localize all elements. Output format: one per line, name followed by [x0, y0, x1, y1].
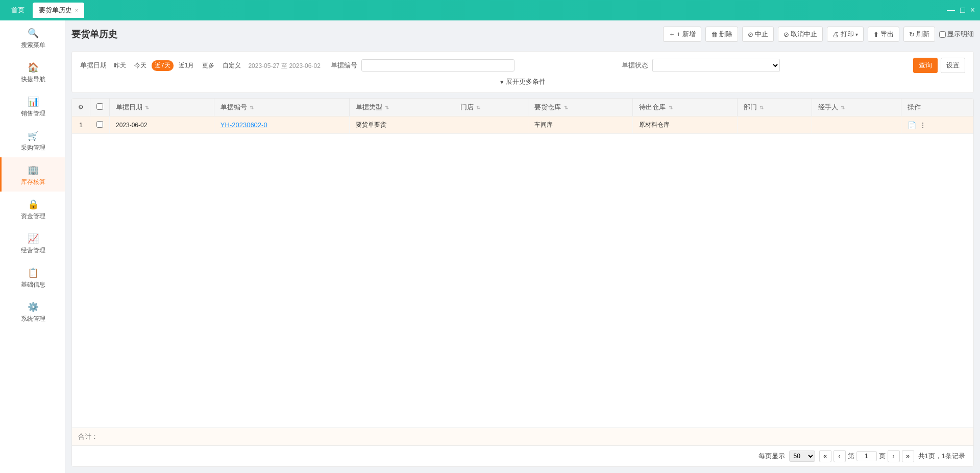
- active-tab[interactable]: 要货单历史 ×: [33, 3, 84, 18]
- page-label-after: 页: [879, 452, 886, 461]
- sidebar-item-finance-label: 资金管理: [21, 212, 45, 221]
- row-edit-icon[interactable]: 📄: [908, 121, 916, 129]
- minimize-icon[interactable]: —: [947, 6, 955, 15]
- per-page-select[interactable]: 50 20 100: [789, 451, 815, 462]
- new-icon: ＋: [669, 30, 675, 39]
- stop-button[interactable]: ⊘ 中止: [742, 27, 774, 42]
- col-settings[interactable]: ⚙: [72, 99, 90, 116]
- cancel-stop-button[interactable]: ⊘ 取消中止: [778, 27, 823, 42]
- sidebar-item-operation[interactable]: 📈 经营管理: [0, 226, 65, 260]
- filter-item-date: 单据日期 昨天 今天 近7天 近1月 更多 自定义 2023-05-27 至 2…: [80, 60, 321, 71]
- new-button[interactable]: ＋ + 新增: [663, 27, 701, 42]
- sidebar-item-search-menu[interactable]: 🔍 搜索菜单: [0, 20, 65, 55]
- row-index: 1: [72, 116, 90, 134]
- finance-icon: 🔒: [28, 199, 39, 210]
- sidebar-item-base-info[interactable]: 📋 基础信息: [0, 260, 65, 294]
- filter-item-status: 单据状态: [622, 59, 903, 72]
- col-docno[interactable]: 单据编号 ⇅: [214, 99, 349, 116]
- col-checkbox[interactable]: [90, 99, 110, 116]
- sidebar-item-sales-label: 销售管理: [21, 109, 45, 118]
- sidebar-item-quick-nav[interactable]: 🏠 快捷导航: [0, 55, 65, 89]
- shortcut-today[interactable]: 今天: [131, 60, 150, 71]
- row-docno-link[interactable]: YH-20230602-0: [220, 121, 267, 129]
- first-page-button[interactable]: «: [819, 450, 831, 462]
- next-page-button[interactable]: ›: [888, 450, 900, 462]
- base-info-icon: 📋: [28, 267, 39, 278]
- col-action: 操作: [901, 99, 973, 116]
- shortcut-7days[interactable]: 近7天: [152, 60, 174, 71]
- col-pending-warehouse[interactable]: 待出仓库 ⇅: [633, 99, 738, 116]
- expand-chevron-icon: ▾: [500, 78, 504, 86]
- filter-date-label: 单据日期: [80, 61, 107, 70]
- total-info: 共1页，1条记录: [918, 452, 965, 461]
- refresh-button[interactable]: ↻ 刷新: [903, 27, 935, 42]
- row-checkbox-cell[interactable]: [90, 116, 110, 134]
- table-body: 1 2023-06-02 YH-20230602-0 要货单要货 车间库 原材料…: [72, 116, 973, 134]
- prev-page-button[interactable]: ‹: [834, 450, 846, 462]
- sort-req-warehouse-icon: ⇅: [564, 105, 568, 110]
- sidebar-item-operation-label: 经营管理: [21, 246, 45, 255]
- content-area: 要货单历史 ＋ + 新增 🗑 删除 ⊘ 中止 ⊘ 取消中止: [65, 20, 980, 473]
- shortcut-yesterday[interactable]: 昨天: [111, 60, 129, 71]
- filter-actions: 查询 设置: [913, 58, 965, 73]
- row-pending-warehouse: 原材料仓库: [633, 116, 738, 134]
- col-date[interactable]: 单据日期 ⇅: [110, 99, 214, 116]
- sidebar-item-purchase[interactable]: 🛒 采购管理: [0, 123, 65, 157]
- export-icon: ⬆: [873, 31, 879, 38]
- col-store[interactable]: 门店 ⇅: [454, 99, 528, 116]
- col-department[interactable]: 部门 ⇅: [738, 99, 812, 116]
- print-button[interactable]: 🖨 打印 ▾: [827, 27, 864, 42]
- row-doctype: 要货单要货: [349, 116, 454, 134]
- cancel-stop-icon: ⊘: [783, 31, 789, 38]
- expand-more[interactable]: ▾ 展开更多条件: [80, 77, 965, 86]
- window-close-icon[interactable]: ×: [970, 6, 975, 15]
- page-title: 要货单历史: [71, 28, 117, 40]
- toolbar: ＋ + 新增 🗑 删除 ⊘ 中止 ⊘ 取消中止 🖨 打印: [663, 27, 974, 42]
- print-dropdown-icon[interactable]: ▾: [855, 32, 858, 37]
- home-tab[interactable]: 首页: [5, 3, 31, 18]
- sidebar-item-system[interactable]: ⚙️ 系统管理: [0, 294, 65, 328]
- select-all-checkbox[interactable]: [96, 103, 103, 110]
- top-bar-right: — □ ×: [947, 6, 975, 15]
- sort-handler-icon: ⇅: [841, 105, 845, 110]
- display-detail-checkbox[interactable]: [939, 31, 946, 38]
- sidebar-item-sales[interactable]: 📊 销售管理: [0, 89, 65, 123]
- filter-status-select[interactable]: [652, 59, 780, 72]
- delete-button[interactable]: 🗑 删除: [705, 27, 738, 42]
- tab-close-icon[interactable]: ×: [75, 7, 78, 13]
- row-department: [738, 116, 812, 134]
- settings-button[interactable]: 设置: [941, 58, 965, 73]
- export-button[interactable]: ⬆ 导出: [868, 27, 899, 42]
- col-req-warehouse[interactable]: 要货仓库 ⇅: [528, 99, 633, 116]
- table-row: 1 2023-06-02 YH-20230602-0 要货单要货 车间库 原材料…: [72, 116, 973, 134]
- filter-status-label: 单据状态: [622, 61, 648, 70]
- sidebar-item-search-menu-label: 搜索菜单: [21, 41, 45, 50]
- shortcut-custom[interactable]: 自定义: [219, 60, 244, 71]
- sales-icon: 📊: [28, 96, 39, 107]
- row-checkbox[interactable]: [96, 121, 103, 128]
- home-tab-label: 首页: [11, 6, 24, 15]
- purchase-icon: 🛒: [28, 130, 39, 141]
- maximize-icon[interactable]: □: [960, 6, 965, 15]
- sort-department-icon: ⇅: [760, 105, 764, 110]
- display-detail-checkbox-label[interactable]: 显示明细: [939, 30, 974, 39]
- footer-summary: 合计：: [72, 428, 973, 445]
- row-docno[interactable]: YH-20230602-0: [214, 116, 349, 134]
- sidebar-item-finance[interactable]: 🔒 资金管理: [0, 192, 65, 226]
- col-doctype[interactable]: 单据类型 ⇅: [349, 99, 454, 116]
- shortcut-1month[interactable]: 近1月: [176, 60, 198, 71]
- page-label-before: 第: [848, 452, 854, 461]
- row-more-icon[interactable]: ⋮: [919, 121, 926, 129]
- last-page-button[interactable]: »: [902, 450, 914, 462]
- page-input[interactable]: [856, 451, 877, 461]
- sidebar-item-inventory[interactable]: 🏢 库存核算: [0, 157, 65, 192]
- summary-label: 合计：: [78, 433, 98, 440]
- query-button[interactable]: 查询: [913, 58, 938, 73]
- sidebar: 🔍 搜索菜单 🏠 快捷导航 📊 销售管理 🛒 采购管理 🏢 库存核算 🔒 资金管…: [0, 20, 65, 473]
- filter-docno-label: 单据编号: [331, 61, 357, 70]
- shortcut-more[interactable]: 更多: [199, 60, 217, 71]
- table-header: ⚙ 单据日期 ⇅ 单据编号 ⇅ 单据类型: [72, 99, 973, 116]
- filter-docno-input[interactable]: [361, 59, 514, 72]
- col-handler[interactable]: 经手人 ⇅: [812, 99, 901, 116]
- per-page-label: 每页显示: [758, 452, 785, 461]
